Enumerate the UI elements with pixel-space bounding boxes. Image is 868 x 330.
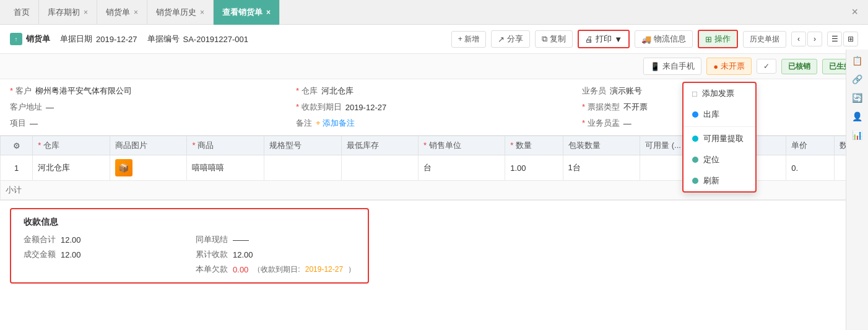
sidebar-icon-link[interactable]: 🔗 [849,71,866,88]
row-model [264,155,341,181]
dropdown-add-invoice[interactable]: □ 添加发票 [684,83,755,104]
locate-dot [692,157,698,163]
project-label: 项目 [10,118,26,129]
dropdown-locate[interactable]: 定位 [684,149,755,170]
col-min-stock: 最低库存 [341,136,419,155]
window-close-button[interactable]: × [851,6,858,19]
logistics-button[interactable]: 🚚 物流信息 [635,30,693,48]
payment-grid: 金额合计 12.00 同单现结 —— 成交金额 12.00 累计收款 12.00 [24,234,355,275]
doc-number-value: SA-20191227-001 [183,35,249,44]
staff-label: 业务员 [582,85,606,97]
project-row: 项目 — [10,118,286,129]
doc-type-icon: ↑ [10,33,22,45]
dropdown-available-pick[interactable]: 可用量提取 [684,128,755,149]
locate-label: 定位 [703,154,719,165]
not-opened-button[interactable]: ● 未开票 [706,58,752,75]
not-opened-label: 未开票 [721,61,745,72]
remarks-row: 备注 + 添加备注 [296,118,572,129]
tab-inventory-init-close[interactable]: × [84,8,88,17]
sidebar-icon-refresh[interactable]: 🔄 [849,89,866,106]
share-button[interactable]: ↗ 分享 [491,30,530,48]
available-pick-label: 可用量提取 [703,133,744,144]
new-button[interactable]: + 新增 [451,31,486,48]
cumulative-row: 累计收款 12.00 [196,249,355,260]
dropdown-outbound[interactable]: 出库 [684,104,755,125]
share-icon: ↗ [498,35,505,44]
from-phone-label: 来自手机 [662,61,695,72]
from-phone-button[interactable]: 📱 来自手机 [643,58,701,75]
col-price: 单价 [786,136,835,155]
next-arrow[interactable]: › [807,32,822,46]
logistics-label: 物流信息 [654,33,686,45]
col-warehouse: * 仓库 [33,136,110,155]
warehouse-row: 仓库 河北仓库 [296,85,572,97]
print-button[interactable]: 🖨 打印 ▼ [578,30,630,48]
due-date-value: 2019-12-27 [305,265,343,274]
payment-due-row: 收款到期日 2019-12-27 [296,102,572,113]
tab-view-sales[interactable]: 查看销货单 × [214,0,280,25]
tab-home[interactable]: 首页 [5,0,39,25]
history-button[interactable]: 历史单据 [743,31,786,48]
tab-sales-order-close[interactable]: × [134,8,138,17]
ops-button[interactable]: ⊞ 操作 [698,30,738,48]
transaction-label: 成交金额 [24,249,56,260]
payment-due-label: 收款到期日 [296,102,342,113]
dropdown-divider [684,126,755,127]
dropdown-refresh[interactable]: 刷新 [684,170,755,191]
warehouse-label: 仓库 [296,85,318,97]
doc-date-meta: 单据日期 2019-12-27 [60,33,137,45]
current-due-value: 0.00 [233,265,248,274]
outbound-dot [692,111,698,118]
row-min-stock [341,155,419,181]
remarks-add-text: 添加备注 [323,118,355,128]
customer-value: 柳州粤港平安气体有限公司 [35,85,132,97]
col-product-img: 商品图片 [110,136,187,155]
doc-header: ↑ 销货单 单据日期 2019-12-27 单据编号 SA-20191227-0… [0,25,868,54]
same-order-value: —— [233,235,249,245]
tab-view-sales-label: 查看销货单 [222,7,263,18]
same-order-label: 同单现结 [196,234,228,245]
payment-info: 收款信息 金额合计 12.00 同单现结 —— 成交金额 12.00 累计收款 … [10,208,369,284]
prev-arrow[interactable]: ‹ [791,32,806,46]
doc-actions: + 新增 ↗ 分享 ⧉ 复制 🖨 打印 ▼ 🚚 物流信息 ⊞ 操作 [451,30,858,48]
amount-row: 金额合计 12.00 [24,234,183,245]
address-value: — [46,103,54,112]
sidebar-icon-user[interactable]: 👤 [849,108,866,125]
right-sidebar: 📋 🔗 🔄 👤 📊 ⤢ [846,50,868,330]
doc-type-label: 销货单 [26,33,50,45]
tab-sales-history[interactable]: 销货单历史 × [147,0,214,25]
tab-home-label: 首页 [14,7,30,18]
list-view-btn[interactable]: ☰ [827,32,842,46]
tab-bar: 首页 库存期初 × 销货单 × 销货单历史 × 查看销货单 × × [0,0,868,25]
grid-view-btn[interactable]: ⊞ [843,32,858,46]
sidebar-icon-chart[interactable]: 📊 [849,126,866,144]
due-date-text: （收款到期日: [253,264,300,275]
share-label: 分享 [507,33,523,45]
staff-value: 演示账号 [610,85,642,97]
logistics-icon: 🚚 [641,35,651,44]
tab-sales-history-close[interactable]: × [200,8,204,17]
amount-value: 12.00 [61,235,81,245]
salesperson-label: 业务员盂 [582,118,620,129]
col-product: * 商品 [187,136,264,155]
sidebar-icon-clipboard[interactable]: 📋 [849,52,866,69]
nav-arrows: ‹ › [791,32,822,46]
available-pick-dot [692,136,698,142]
add-remarks-btn[interactable]: + 添加备注 [316,118,355,129]
address-label: 客户地址 [10,102,42,113]
ops-dropdown-menu: □ 添加发票 出库 可用量提取 定位 刷新 [682,82,757,193]
project-value: — [30,119,38,128]
ops-icon: ⊞ [705,35,712,44]
check-button[interactable]: ✓ [757,59,776,74]
tab-sales-order[interactable]: 销货单 × [97,0,147,25]
copy-button[interactable]: ⧉ 复制 [535,30,573,48]
tab-view-sales-close[interactable]: × [266,8,271,17]
doc-date-value: 2019-12-27 [96,35,137,44]
ticket-type-label: 票据类型 [582,102,620,113]
view-toggle: ☰ ⊞ [827,32,858,46]
tab-sales-history-label: 销货单历史 [156,7,196,18]
tab-inventory-init[interactable]: 库存期初 × [39,0,97,25]
product-thumbnail: 📦 [115,159,132,176]
outbound-label: 出库 [703,109,719,120]
print-label: 打印 [596,33,612,45]
